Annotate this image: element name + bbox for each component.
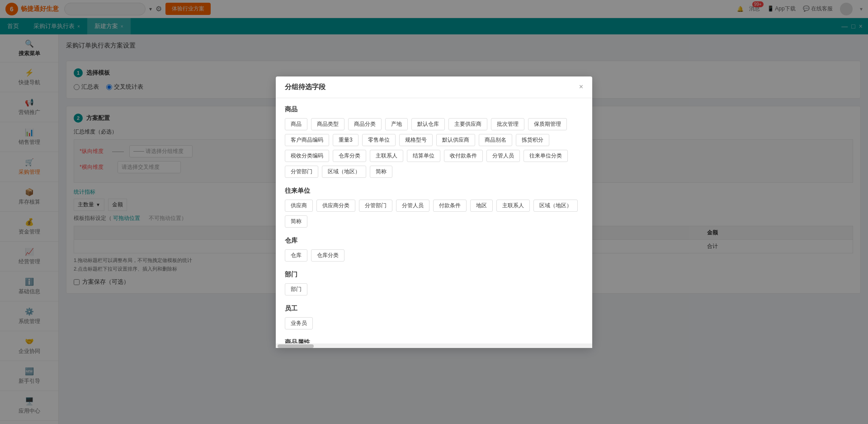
chip-abbr-partner[interactable]: 简称 (285, 215, 307, 228)
section-partner: 往来单位 供应商 供应商分类 分管部门 分管人员 付款条件 地区 主联系人 区域… (285, 187, 583, 228)
section-dept-chips: 部门 (285, 283, 583, 295)
chip-warehouse[interactable]: 仓库 (285, 249, 307, 262)
chip-weight[interactable]: 重量3 (333, 134, 359, 146)
chip-warehouse-category[interactable]: 仓库分类 (333, 150, 366, 162)
chip-salesperson[interactable]: 业务员 (285, 317, 313, 329)
section-employee-chips: 业务员 (285, 317, 583, 329)
modal-overlay: 分组待选字段 × 商品 商品 商品类型 商品分类 产地 默认仓库 主要供应商 批… (0, 0, 868, 424)
chip-partner-category[interactable]: 往来单位分类 (524, 150, 568, 162)
chip-payment-terms[interactable]: 收付款条件 (444, 150, 483, 162)
chip-supplier[interactable]: 供应商 (285, 200, 313, 212)
modal-body: 商品 商品 商品类型 商品分类 产地 默认仓库 主要供应商 批次管理 保质期管理… (276, 98, 592, 343)
section-goods-title: 商品 (285, 105, 583, 114)
modal-hscrollbar[interactable] (276, 343, 592, 348)
section-warehouse: 仓库 仓库 仓库分类 (285, 237, 583, 262)
chip-main-contact[interactable]: 主联系人 (370, 150, 403, 162)
chip-payment-partner[interactable]: 付款条件 (433, 200, 467, 212)
section-partner-chips: 供应商 供应商分类 分管部门 分管人员 付款条件 地区 主联系人 区域（地区） … (285, 200, 583, 228)
section-employee: 员工 业务员 (285, 305, 583, 329)
modal-title: 分组待选字段 (285, 83, 326, 91)
chip-region-partner[interactable]: 地区 (470, 200, 493, 212)
chip-default-supplier[interactable]: 默认供应商 (436, 134, 475, 146)
section-employee-title: 员工 (285, 305, 583, 313)
chip-settlement-unit[interactable]: 结算单位 (407, 150, 440, 162)
chip-pick-points[interactable]: 拣货积分 (516, 134, 549, 146)
chip-default-warehouse[interactable]: 默认仓库 (411, 118, 445, 130)
section-goods: 商品 商品 商品类型 商品分类 产地 默认仓库 主要供应商 批次管理 保质期管理… (285, 105, 583, 178)
chip-spec-model[interactable]: 规格型号 (399, 134, 433, 146)
chip-shelf-life[interactable]: 保质期管理 (528, 118, 567, 130)
modal-header: 分组待选字段 × (276, 76, 592, 98)
section-warehouse-title: 仓库 (285, 237, 583, 245)
modal-close-button[interactable]: × (579, 83, 583, 91)
chip-warehouse-cat[interactable]: 仓库分类 (311, 249, 344, 262)
chip-region2-partner[interactable]: 区域（地区） (533, 200, 578, 212)
chip-retail-unit[interactable]: 零售单位 (362, 134, 396, 146)
chip-goods-category[interactable]: 商品分类 (348, 118, 382, 130)
chip-origin[interactable]: 产地 (385, 118, 408, 130)
chip-dept[interactable]: 分管部门 (285, 166, 318, 178)
chip-contact-partner[interactable]: 主联系人 (496, 200, 530, 212)
chip-dept-partner[interactable]: 分管部门 (359, 200, 392, 212)
chip-manager-partner[interactable]: 分管人员 (396, 200, 429, 212)
chip-manager[interactable]: 分管人员 (486, 150, 520, 162)
chip-region-goods[interactable]: 区域（地区） (322, 166, 366, 178)
chip-main-supplier[interactable]: 主要供应商 (448, 118, 487, 130)
chip-supplier-category[interactable]: 供应商分类 (316, 200, 355, 212)
chip-tax-code[interactable]: 税收分类编码 (285, 150, 329, 162)
section-goods-attr: 商品属性 属性 颜色 多规格 尺码 鞋码 1 (285, 338, 583, 343)
chip-abbr-goods[interactable]: 简称 (370, 166, 392, 178)
section-dept: 部门 部门 (285, 271, 583, 295)
section-goods-attr-title: 商品属性 (285, 338, 583, 343)
chip-batch-mgmt[interactable]: 批次管理 (491, 118, 524, 130)
section-partner-title: 往来单位 (285, 187, 583, 195)
section-warehouse-chips: 仓库 仓库分类 (285, 249, 583, 262)
section-goods-chips: 商品 商品类型 商品分类 产地 默认仓库 主要供应商 批次管理 保质期管理 客户… (285, 118, 583, 178)
field-select-modal: 分组待选字段 × 商品 商品 商品类型 商品分类 产地 默认仓库 主要供应商 批… (276, 76, 592, 348)
modal-hscrollbar-thumb[interactable] (278, 344, 314, 348)
section-dept-title: 部门 (285, 271, 583, 279)
chip-goods[interactable]: 商品 (285, 118, 307, 130)
chip-dept-main[interactable]: 部门 (285, 283, 307, 295)
chip-customer-code[interactable]: 客户商品编码 (285, 134, 329, 146)
chip-goods-alias[interactable]: 商品别名 (479, 134, 512, 146)
chip-goods-type[interactable]: 商品类型 (311, 118, 344, 130)
